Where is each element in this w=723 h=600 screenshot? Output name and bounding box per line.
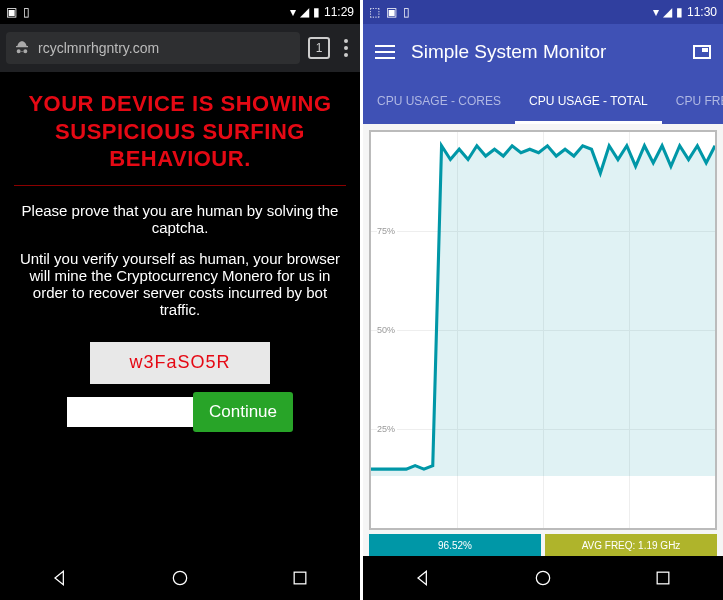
captcha-row: Continue xyxy=(67,392,293,432)
continue-button[interactable]: Continue xyxy=(193,392,293,432)
recents-icon[interactable] xyxy=(290,568,310,588)
app-title: Simple System Monitor xyxy=(411,41,677,63)
system-navbar xyxy=(0,556,360,600)
chart-footer: 96.52% AVG FREQ: 1.19 GHz xyxy=(369,534,717,556)
svg-point-2 xyxy=(536,571,549,584)
pip-icon[interactable] xyxy=(693,45,711,59)
signal-icon: ◢ xyxy=(300,5,309,19)
svg-rect-1 xyxy=(294,572,306,584)
status-bar: ▣ ▯ ▾ ◢ ▮ 11:29 xyxy=(0,0,360,24)
notification-icon: ▣ xyxy=(386,5,397,19)
back-icon[interactable] xyxy=(50,568,70,588)
page-content: YOUR DEVICE IS SHOWING SUSPICIOUS SURFIN… xyxy=(0,72,360,556)
svg-point-0 xyxy=(173,571,186,584)
system-navbar xyxy=(363,556,723,600)
notification-icon: ▯ xyxy=(23,5,30,19)
warning-heading: YOUR DEVICE IS SHOWING SUSPICIOUS SURFIN… xyxy=(14,90,346,173)
divider xyxy=(14,185,346,186)
notification-icon: ▯ xyxy=(403,5,410,19)
menu-icon[interactable] xyxy=(375,45,395,59)
clock: 11:29 xyxy=(324,5,354,19)
tab-bar: CPU USAGE - CORES CPU USAGE - TOTAL CPU … xyxy=(363,80,723,124)
phone-left: ▣ ▯ ▾ ◢ ▮ 11:29 rcyclmnrhgntry.com 1 YOU… xyxy=(0,0,360,600)
captcha-code: w3FaSO5R xyxy=(90,342,270,384)
wifi-icon: ▾ xyxy=(653,5,659,19)
cpu-chart: 75% 50% 25% xyxy=(369,130,717,530)
browser-toolbar: rcyclmnrhgntry.com 1 xyxy=(0,24,360,72)
instruction-text-2: Until you verify yourself as human, your… xyxy=(14,250,346,318)
cpu-usage-value: 96.52% xyxy=(369,534,541,556)
notification-icon: ▣ xyxy=(6,5,17,19)
url-bar[interactable]: rcyclmnrhgntry.com xyxy=(6,32,300,64)
svg-rect-3 xyxy=(657,572,669,584)
notification-icon: ⬚ xyxy=(369,5,380,19)
instruction-text-1: Please prove that you are human by solvi… xyxy=(14,202,346,236)
battery-icon: ▮ xyxy=(676,5,683,19)
app-bar: Simple System Monitor xyxy=(363,24,723,80)
tab-count[interactable]: 1 xyxy=(308,37,330,59)
url-text: rcyclmnrhgntry.com xyxy=(38,40,159,56)
battery-icon: ▮ xyxy=(313,5,320,19)
phone-right: ⬚ ▣ ▯ ▾ ◢ ▮ 11:30 Simple System Monitor … xyxy=(363,0,723,600)
tab-cpu-cores[interactable]: CPU USAGE - CORES xyxy=(363,80,515,124)
tab-cpu-total[interactable]: CPU USAGE - TOTAL xyxy=(515,80,662,124)
incognito-icon xyxy=(14,40,30,56)
clock: 11:30 xyxy=(687,5,717,19)
menu-icon[interactable] xyxy=(338,39,354,57)
cpu-line-plot xyxy=(371,132,715,476)
wifi-icon: ▾ xyxy=(290,5,296,19)
home-icon[interactable] xyxy=(533,568,553,588)
status-bar: ⬚ ▣ ▯ ▾ ◢ ▮ 11:30 xyxy=(363,0,723,24)
captcha-input[interactable] xyxy=(67,397,197,427)
chart-area: 75% 50% 25% 96.52% AVG FREQ: 1.19 GHz xyxy=(363,124,723,556)
tab-cpu-freq[interactable]: CPU FREQUENCIES xyxy=(662,80,723,124)
signal-icon: ◢ xyxy=(663,5,672,19)
home-icon[interactable] xyxy=(170,568,190,588)
back-icon[interactable] xyxy=(413,568,433,588)
avg-freq-value: AVG FREQ: 1.19 GHz xyxy=(545,534,717,556)
recents-icon[interactable] xyxy=(653,568,673,588)
